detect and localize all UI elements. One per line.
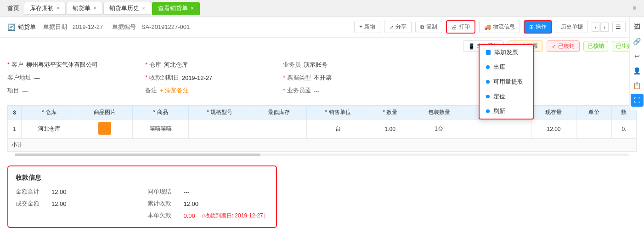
scrollbar-thumb[interactable] (15, 154, 260, 156)
sidebar-image-icon[interactable]: 🖼 (631, 20, 644, 33)
payment-wrapper: 收款信息 金额合计 12.00 同单现结 --- 成交金额 12.00 (0, 158, 644, 243)
col-product: * 商品 (133, 106, 188, 120)
locate-label: 定位 (493, 92, 505, 101)
tab-home[interactable]: 首页 (4, 4, 23, 12)
row-warehouse: 河北仓库 (22, 120, 77, 139)
operations-icon: ⊞ (529, 24, 534, 30)
tab-inventory[interactable]: 库存期初 × (24, 2, 66, 15)
payment-section: 收款信息 金额合计 12.00 同单现结 --- 成交金额 12.00 (7, 165, 277, 228)
page-container: 首页 库存期初 × 销货单 × 销货单历史 × 查看销货单 × × 🔄 销货单 (0, 0, 644, 245)
add-invoice-icon (486, 50, 491, 55)
form-row-1: 客户 柳州粤港平安气体有限公司 仓库 河北仓库 业务员 演示账号 (7, 61, 637, 69)
available-qty-icon (486, 80, 490, 84)
sidebar-list-icon[interactable]: 📋 (631, 79, 644, 92)
window-close-button[interactable]: × (629, 2, 640, 14)
customer-value: 柳州粤港平安气体有限公司 (26, 61, 98, 69)
address-value: --- (34, 74, 40, 81)
row-img (77, 120, 133, 139)
tab-inventory-label: 库存期初 (30, 4, 54, 12)
form-row-2: 客户地址 --- 收款到期日 2019-12-27 票据类型 不开票 (7, 74, 637, 82)
dropdown-available-qty[interactable]: 可用量提取 (480, 74, 533, 89)
col-gear: ⚙ (8, 106, 22, 120)
note-label: 备注 (145, 86, 157, 95)
tab-view-sales-label: 查看销货单 (158, 4, 188, 12)
row-num: 1 (8, 120, 22, 139)
number-label: 单据编号 SA-20191227-001 (112, 23, 190, 31)
subtotal-label: 小计 (8, 139, 637, 152)
tab-sales-history-label: 销货单历史 (109, 4, 139, 12)
staff-value: 演示账号 (304, 61, 328, 69)
total-amount-row: 金额合计 12.00 (16, 188, 136, 196)
trade-amount-row: 成交金额 12.00 (16, 199, 136, 208)
row-pkg: 1台 (411, 120, 467, 139)
share-button[interactable]: ↗ 分享 (384, 21, 412, 33)
col-spec: * 规格型号 (188, 106, 251, 120)
phone-icon: 📱 (468, 43, 475, 50)
date-label: 单据日期 2019-12-27 (43, 23, 103, 31)
cumulative-label: 累计收款 (147, 199, 180, 208)
logistics-button[interactable]: 🚚 物流信息 (479, 21, 520, 33)
same-order-row: 同单现结 --- (147, 188, 268, 196)
operations-button[interactable]: ⊞ 操作 (524, 20, 552, 34)
project-value: --- (22, 87, 28, 94)
ticket-type-field: 票据类型 不开票 (283, 74, 412, 82)
dropdown-refresh[interactable]: 刷新 (480, 104, 533, 119)
tab-sales-history-close[interactable]: × (142, 5, 145, 11)
dropdown-add-invoice[interactable]: 添加发票 (480, 45, 533, 60)
tab-view-sales[interactable]: 查看销货单 × (152, 2, 200, 15)
sub-toolbar: 📱 来自手机 🎫 未开票 ✓ 已核销 已核销 已生效 (0, 38, 644, 55)
sidebar-return-icon[interactable]: ↩ (631, 50, 644, 63)
out-warehouse-icon (486, 65, 490, 69)
cumulative-value: 12.00 (183, 200, 198, 207)
trade-amount-label: 成交金额 (16, 199, 48, 208)
total-amount-value: 12.00 (51, 188, 67, 195)
add-note-button[interactable]: + 添加备注 (160, 86, 189, 95)
locate-icon (486, 95, 490, 98)
tab-inventory-close[interactable]: × (56, 5, 60, 11)
prev-button[interactable]: ‹ (592, 23, 600, 32)
copy-icon: ⧉ (420, 24, 424, 30)
row-avail (467, 120, 531, 139)
logistics-icon: 🚚 (484, 24, 491, 30)
dropdown-out-warehouse[interactable]: 出库 (480, 60, 533, 74)
row-spec (188, 120, 251, 139)
arrears-value: 0.00 (183, 212, 195, 219)
ticket-type-label: 票据类型 (283, 74, 311, 82)
view-list-button[interactable]: ☰ (612, 22, 624, 32)
tab-sales-history[interactable]: 销货单历史 × (103, 2, 151, 15)
new-button[interactable]: + 新增 (354, 21, 380, 33)
copy-button[interactable]: ⧉ 复制 (415, 21, 442, 33)
doc-meta: 单据日期 2019-12-27 单据编号 SA-20191227-001 (43, 23, 190, 31)
row-min-stock (251, 120, 306, 139)
sold-badge: 已核销 (583, 41, 608, 51)
col-img: 商品图片 (77, 106, 133, 120)
available-qty-label: 可用量提取 (493, 78, 523, 86)
tab-sales[interactable]: 销货单 × (67, 2, 102, 15)
sidebar-link-icon[interactable]: 🔗 (631, 35, 644, 48)
horizontal-scrollbar[interactable] (15, 154, 629, 156)
sidebar-user-icon[interactable]: 👤 (631, 64, 644, 77)
doc-title: 销货单 (18, 23, 36, 31)
salesperson-label: 业务员孟 (283, 86, 311, 95)
row-qty: 1.00 (369, 120, 411, 139)
cumulative-row: 累计收款 12.00 (147, 199, 268, 208)
next-button[interactable]: › (600, 23, 609, 32)
tab-view-sales-close[interactable]: × (191, 5, 194, 11)
tab-sales-close[interactable]: × (93, 5, 96, 11)
sidebar-expand-icon[interactable]: ⛶ (631, 94, 644, 107)
col-warehouse: * 仓库 (22, 106, 77, 120)
same-order-value: --- (183, 188, 189, 195)
staff-field: 业务员 演示账号 (283, 61, 412, 69)
arrears-label: 本单欠款 (147, 211, 180, 220)
tab-sales-label: 销货单 (73, 4, 90, 12)
col-min-stock: 最低库存 (251, 106, 306, 120)
check-button[interactable]: ✓ 已核销 (547, 40, 580, 52)
doc-title-area: 🔄 销货单 (7, 23, 36, 31)
doc-actions: + 新增 ↗ 分享 ⧉ 复制 🖨 打印 🚚 物流信息 (354, 20, 637, 34)
col-qty: * 数量 (369, 106, 411, 120)
col-pkg: 包装数量 (411, 106, 467, 120)
dropdown-menu: 添加发票 出库 可用量提取 定位 刷新 (479, 44, 534, 120)
history-button[interactable]: 历史单据 (556, 21, 588, 33)
dropdown-locate[interactable]: 定位 (480, 89, 533, 104)
print-button[interactable]: 🖨 打印 (446, 20, 475, 34)
